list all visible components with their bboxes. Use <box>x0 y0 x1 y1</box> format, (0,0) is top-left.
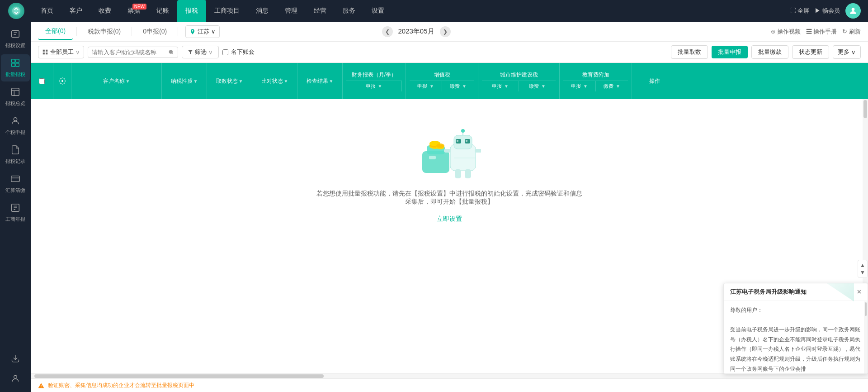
user-avatar[interactable] <box>845 3 861 19</box>
svg-line-24 <box>172 53 173 54</box>
sidebar-item-annual-settlement[interactable]: 汇算清缴 <box>1 170 30 197</box>
svg-point-18 <box>14 375 17 378</box>
fin-report-apply-sort[interactable]: ▼ <box>378 84 382 89</box>
batch-pay-btn[interactable]: 批量缴款 <box>751 45 788 59</box>
fullscreen-btn[interactable]: ⛶ 全屏 <box>790 7 810 15</box>
region-selector[interactable]: 江苏 ∨ <box>185 25 220 38</box>
region-icon <box>189 29 196 35</box>
svg-rect-42 <box>444 149 451 153</box>
edu-apply-sort[interactable]: ▼ <box>583 84 588 89</box>
sidebar-item-personal-tax[interactable]: 个税申报 <box>1 112 30 139</box>
svg-rect-11 <box>11 176 19 182</box>
setup-link[interactable]: 立即设置 <box>437 215 462 223</box>
nav-invoice[interactable]: 票据 NEW <box>119 0 148 22</box>
notif-down-btn[interactable]: ▼ <box>860 269 865 276</box>
notification-title: 江苏电子税务局升级影响通知 <box>730 288 807 296</box>
svg-rect-19 <box>43 50 45 52</box>
member-btn[interactable]: ▶ 畅会员 <box>815 7 840 15</box>
th-city-group: 城市维护建设税 申报 ▼ 缴费 ▼ <box>478 63 560 99</box>
nav-customer[interactable]: 客户 <box>61 0 90 22</box>
employee-select-label: 全部员工 <box>50 48 74 56</box>
sidebar-item-tax-records[interactable]: 报税记录 <box>1 141 30 168</box>
filter-btn[interactable]: 筛选 ∨ <box>182 46 219 58</box>
toolbar: 全部员工 ∨ 筛选 ∨ 名下账套 批量取数 <box>31 42 868 63</box>
employee-select[interactable]: 全部员工 ∨ <box>38 46 84 58</box>
bottom-warning-text: 验证账密、采集信息均成功的企业才会流转至批量报税页面中 <box>48 382 194 389</box>
filter-icon <box>188 49 193 55</box>
name-account-checkbox[interactable] <box>222 49 228 55</box>
nav-home[interactable]: 首页 <box>33 0 61 22</box>
th-tax-nature: 纳税性质 ▼ <box>162 63 207 99</box>
notif-up-btn[interactable]: ▲ <box>860 262 865 268</box>
th-edu-group: 教育费附加 申报 ▼ 缴费 ▼ <box>560 63 632 99</box>
nav-bookkeeping[interactable]: 记账 <box>148 0 177 22</box>
nav-message[interactable]: 消息 <box>248 0 277 22</box>
nav-manage[interactable]: 管理 <box>277 0 306 22</box>
vat-pay-sort[interactable]: ▼ <box>462 84 467 89</box>
tab-divider-2 <box>132 27 132 36</box>
left-sidebar: 报税设置 批量报税 报税总览 个税申报 <box>0 22 31 392</box>
fetch-status-sort[interactable]: ▼ <box>239 79 243 84</box>
svg-rect-43 <box>475 149 481 153</box>
refresh-btn[interactable]: ↻ 刷新 <box>842 28 861 36</box>
status-update-btn[interactable]: 状态更新 <box>792 45 829 59</box>
h-scroll-thumb[interactable] <box>34 374 324 378</box>
compare-status-sort[interactable]: ▼ <box>284 79 288 84</box>
sidebar-help[interactable] <box>1 370 30 387</box>
customer-name-sort[interactable]: ▼ <box>126 79 130 84</box>
th-gear[interactable] <box>53 63 71 99</box>
notif-controls <box>859 283 862 287</box>
app-logo[interactable] <box>7 2 25 20</box>
sidebar-item-tax-overview[interactable]: 报税总览 <box>1 83 30 110</box>
svg-rect-1 <box>12 31 19 38</box>
sidebar-label-tax-overview: 报税总览 <box>5 100 25 107</box>
more-btn[interactable]: 更多 ∨ <box>833 45 861 59</box>
batch-fetch-btn[interactable]: 批量取数 <box>671 45 708 59</box>
batch-submit-btn[interactable]: 批量申报 <box>712 46 748 58</box>
nav-fee[interactable]: 收费 <box>90 0 119 22</box>
nav-business[interactable]: 工商项目 <box>206 0 248 22</box>
name-account-checkbox-label[interactable]: 名下账套 <box>222 48 255 56</box>
operation-video-btn[interactable]: ⊙ 操作视频 <box>771 28 801 36</box>
select-all-checkbox[interactable] <box>39 78 45 84</box>
vat-apply-sort[interactable]: ▼ <box>429 84 434 89</box>
sidebar-item-tax-settings[interactable]: 报税设置 <box>1 25 30 53</box>
svg-rect-20 <box>46 50 47 52</box>
check-result-sort[interactable]: ▼ <box>329 79 334 84</box>
nav-operation[interactable]: 经营 <box>306 0 335 22</box>
operation-manual-btn[interactable]: ☰ 操作手册 <box>806 28 837 36</box>
tab-zero-declare[interactable]: 0申报(0) <box>136 24 174 39</box>
edu-pay-sort[interactable]: ▼ <box>616 84 620 89</box>
sidebar-label-annual-settlement: 汇算清缴 <box>5 187 25 194</box>
sidebar-item-batch-tax[interactable]: 批量报税 <box>1 54 30 81</box>
tab-all[interactable]: 全部(0) <box>38 24 73 40</box>
nav-settings[interactable]: 设置 <box>363 0 392 22</box>
search-input[interactable] <box>92 49 166 56</box>
th-checkbox[interactable] <box>31 63 53 99</box>
month-prev-btn[interactable]: ❮ <box>382 26 393 37</box>
svg-point-48 <box>41 387 41 387</box>
nav-tax[interactable]: 报税 <box>177 0 206 22</box>
filter-arrow: ∨ <box>208 49 213 56</box>
sidebar-download[interactable] <box>1 350 30 367</box>
notif-scrollbar[interactable] <box>864 301 868 373</box>
sidebar-item-annual-report[interactable]: 工商年报 <box>1 199 30 226</box>
nav-service[interactable]: 服务 <box>335 0 363 22</box>
search-icon[interactable] <box>168 49 174 55</box>
tax-nature-sort[interactable]: ▼ <box>193 79 198 84</box>
tab-tax-declare[interactable]: 税款申报(0) <box>80 24 128 39</box>
city-pay-sort[interactable]: ▼ <box>541 84 546 89</box>
notif-scroll-thumb[interactable] <box>865 302 867 316</box>
employee-select-icon <box>42 49 48 55</box>
more-dropdown-icon: ∨ <box>851 49 856 56</box>
v-scroll-thumb[interactable] <box>863 100 867 118</box>
notification-text: 尊敬的用户： 受当前电子税务局进一步升级的影响，同一个政务网账号（办税人）名下的… <box>730 306 861 373</box>
top-nav-bar: 首页 客户 收费 票据 NEW 记账 报税 工商项目 消息 管理 经营 服务 设… <box>0 0 868 22</box>
nav-invoice-badge: NEW <box>132 4 146 10</box>
month-next-btn[interactable]: ❯ <box>440 26 451 37</box>
warning-icon <box>38 382 44 389</box>
th-customer-name: 客户名称 ▼ <box>71 63 162 99</box>
city-apply-sort[interactable]: ▼ <box>504 84 509 89</box>
svg-point-0 <box>852 8 855 11</box>
notification-close-btn[interactable]: × <box>857 288 861 296</box>
